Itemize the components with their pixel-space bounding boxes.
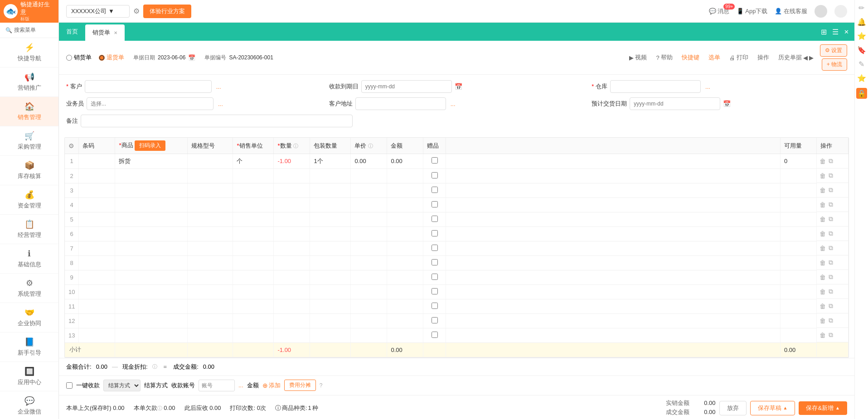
customer-dots[interactable]: ... xyxy=(214,83,223,90)
row-gift-1[interactable] xyxy=(423,169,446,183)
copy-icon-12[interactable]: ⧉ xyxy=(829,331,833,339)
copy-icon-2[interactable]: ⧉ xyxy=(829,186,833,194)
row-unit-price-9[interactable] xyxy=(351,284,387,299)
row-unit-5[interactable] xyxy=(233,226,274,241)
search-menu[interactable]: 🔍 搜索菜单 xyxy=(0,23,58,38)
row-unit-9[interactable] xyxy=(233,284,274,299)
row-pack-qty-10[interactable] xyxy=(310,299,351,313)
delete-icon-9[interactable]: 🗑 xyxy=(820,288,826,295)
row-barcode-11[interactable] xyxy=(79,313,115,328)
row-product-12[interactable] xyxy=(115,328,188,342)
sidebar-item-8[interactable]: ⚙系统管理 xyxy=(0,274,58,303)
row-quantity-8[interactable] xyxy=(274,270,310,284)
row-unit-2[interactable] xyxy=(233,183,274,197)
shortcut-btn[interactable]: 快捷键 xyxy=(679,53,702,63)
radio-sale[interactable]: 销货单 xyxy=(66,53,92,62)
row-barcode-10[interactable] xyxy=(79,299,115,313)
copy-icon-1[interactable]: ⧉ xyxy=(829,172,833,179)
gift-checkbox-4[interactable] xyxy=(432,216,438,222)
barcode-input-2[interactable] xyxy=(82,187,111,194)
copy-icon-5[interactable]: ⧉ xyxy=(829,230,833,237)
row-unit-10[interactable] xyxy=(233,299,274,313)
row-spec-6[interactable] xyxy=(188,241,233,255)
right-icon-2[interactable]: 🔔 xyxy=(857,18,866,26)
row-gift-3[interactable] xyxy=(423,197,446,212)
gift-checkbox-7[interactable] xyxy=(432,259,438,265)
scan-btn[interactable]: 扫码录入 xyxy=(135,140,165,151)
dots-icon[interactable]: ... xyxy=(238,382,243,389)
row-barcode-5[interactable] xyxy=(79,226,115,241)
gift-checkbox-11[interactable] xyxy=(432,317,438,323)
gift-checkbox-5[interactable] xyxy=(432,230,438,236)
add-btn[interactable]: ⊕ 添加 xyxy=(262,381,281,390)
list-icon[interactable]: ☰ xyxy=(832,28,844,36)
sidebar-item-3[interactable]: 🛒采购管理 xyxy=(0,126,58,156)
sidebar-item-0[interactable]: ⚡快捷导航 xyxy=(0,38,58,67)
row-unit-0[interactable]: 个 xyxy=(233,154,274,169)
row-barcode-9[interactable] xyxy=(79,284,115,299)
row-pack-qty-0[interactable]: 1个 xyxy=(310,154,351,169)
row-unit-price-1[interactable] xyxy=(351,169,387,183)
history-btn[interactable]: 历史单据 ◀ ▶ xyxy=(776,53,816,63)
one-click-pay-checkbox[interactable] xyxy=(66,382,73,389)
avatar-2[interactable] xyxy=(834,5,847,18)
row-gift-11[interactable] xyxy=(423,313,446,328)
row-barcode-7[interactable] xyxy=(79,255,115,270)
row-product-0[interactable]: 拆货 xyxy=(115,154,188,169)
company-selector[interactable]: XXXXXX公司 ▼ xyxy=(66,5,130,18)
trial-btn[interactable]: 体验行业方案 xyxy=(143,5,191,18)
copy-icon-9[interactable]: ⧉ xyxy=(829,288,833,295)
gift-checkbox-0[interactable] xyxy=(432,157,438,164)
row-quantity-6[interactable] xyxy=(274,241,310,255)
customer-input[interactable] xyxy=(85,80,212,93)
row-quantity-0[interactable]: -1.00 xyxy=(274,154,310,169)
row-unit-7[interactable] xyxy=(233,255,274,270)
row-gift-9[interactable] xyxy=(423,284,446,299)
row-pack-qty-1[interactable] xyxy=(310,169,351,183)
row-quantity-4[interactable] xyxy=(274,212,310,226)
gift-checkbox-8[interactable] xyxy=(432,274,438,280)
row-gift-0[interactable] xyxy=(423,154,446,169)
row-unit-price-5[interactable] xyxy=(351,226,387,241)
settings-gear-icon[interactable]: ⚙ xyxy=(133,7,140,15)
row-product-3[interactable] xyxy=(115,197,188,212)
delete-icon-4[interactable]: 🗑 xyxy=(820,216,826,223)
row-spec-3[interactable] xyxy=(188,197,233,212)
app-download-btn[interactable]: 📱 App下载 xyxy=(737,7,767,15)
row-amount-0[interactable]: 0.00 xyxy=(387,154,423,169)
copy-icon-0[interactable]: ⧉ xyxy=(829,157,833,165)
sidebar-item-11[interactable]: 🔲应用中心 xyxy=(0,362,58,391)
row-spec-5[interactable] xyxy=(188,226,233,241)
row-quantity-9[interactable] xyxy=(274,284,310,299)
copy-icon-3[interactable]: ⧉ xyxy=(829,201,833,208)
row-spec-10[interactable] xyxy=(188,299,233,313)
tab-sales-order[interactable]: 销货单 ✕ xyxy=(85,24,125,41)
expense-btn[interactable]: 费用分摊 xyxy=(284,380,316,391)
row-spec-12[interactable] xyxy=(188,328,233,342)
video-btn[interactable]: ▶ 视频 xyxy=(626,53,650,63)
row-gift-8[interactable] xyxy=(423,270,446,284)
gift-checkbox-10[interactable] xyxy=(432,303,438,309)
row-quantity-5[interactable] xyxy=(274,226,310,241)
tab-home[interactable]: 首页 xyxy=(59,23,85,41)
right-icon-4[interactable]: 🔖 xyxy=(857,46,866,54)
avatar[interactable] xyxy=(815,5,827,18)
row-amount-4[interactable] xyxy=(387,212,423,226)
row-pack-qty-11[interactable] xyxy=(310,313,351,328)
row-spec-7[interactable] xyxy=(188,255,233,270)
sidebar-item-2[interactable]: 🏠销售管理 xyxy=(0,97,58,126)
row-product-8[interactable] xyxy=(115,270,188,284)
gift-checkbox-6[interactable] xyxy=(432,245,438,251)
row-product-6[interactable] xyxy=(115,241,188,255)
right-icon-6[interactable]: ⭐ xyxy=(857,74,866,82)
row-spec-8[interactable] xyxy=(188,270,233,284)
row-barcode-3[interactable] xyxy=(79,197,115,212)
row-gift-12[interactable] xyxy=(423,328,446,342)
barcode-input-9[interactable] xyxy=(82,289,111,295)
copy-icon-11[interactable]: ⧉ xyxy=(829,317,833,324)
sidebar-item-1[interactable]: 📢营销推广 xyxy=(0,67,58,97)
expected-date-calendar-icon[interactable]: 📅 xyxy=(723,100,731,107)
row-product-10[interactable] xyxy=(115,299,188,313)
row-unit-4[interactable] xyxy=(233,212,274,226)
row-pack-qty-8[interactable] xyxy=(310,270,351,284)
